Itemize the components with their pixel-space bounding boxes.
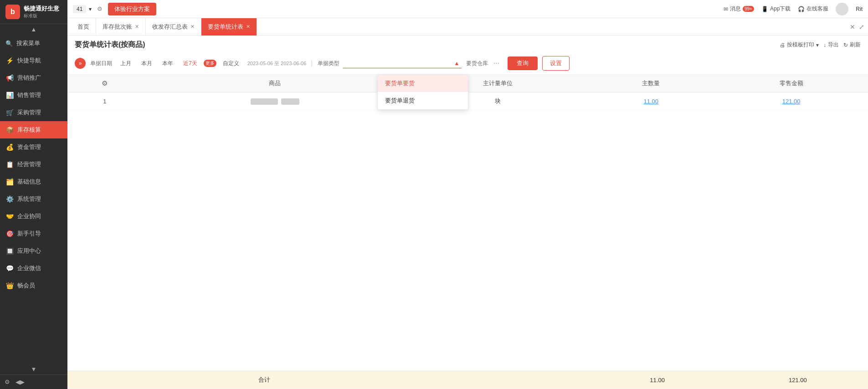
table-settings-icon[interactable]: ⚙: [102, 79, 108, 87]
vip-icon: 👑: [5, 282, 14, 290]
app-download-icon: 📱: [761, 6, 768, 12]
date-btn-this-month[interactable]: 本月: [138, 58, 156, 69]
sidebar-nav: ⚡ 快捷导航 📢 营销推广 📊 销售管理 🛒 采购管理 📦 库存核算 💰 资金管…: [0, 52, 67, 364]
summary-table: 合计 11.00 121.00: [67, 371, 868, 389]
sidebar-logo: b 畅捷通好生意 标准版: [0, 0, 67, 24]
sidebar-item-wechat[interactable]: 💬 企业微信: [0, 260, 67, 277]
type-dropdown-overlay: 要货单要货 要货单退货: [377, 74, 468, 110]
online-service-item[interactable]: 🎧 在线客服: [798, 5, 828, 13]
sidebar-search[interactable]: 🔍 搜索菜单: [0, 35, 67, 52]
sidebar-item-system[interactable]: ⚙️ 系统管理: [0, 190, 67, 208]
tab-close-order-summary[interactable]: ✕: [246, 24, 250, 30]
sidebar-item-guide[interactable]: 🎯 新手引导: [0, 225, 67, 242]
tab-close-consignment-summary[interactable]: ✕: [190, 24, 195, 30]
filter-type-section: 单据类型 ▲: [318, 58, 462, 68]
sidebar-toggle-btn[interactable]: ◀▶: [15, 379, 25, 385]
page-header: 要货单统计表(按商品) 🖨 按模板打印 ▾ ↓ 导出 ↻ 刷新: [67, 36, 868, 52]
summary-area: 合计 11.00 121.00: [67, 371, 868, 389]
purchase-icon: 🛒: [5, 108, 14, 117]
dropdown-item-order-return[interactable]: 要货单退货: [378, 92, 468, 109]
sidebar-item-vip[interactable]: 👑 畅会员: [0, 277, 67, 294]
sidebar-settings-btn[interactable]: ⚙: [5, 379, 10, 385]
marketing-icon: 📢: [5, 74, 14, 82]
header-settings-icon[interactable]: ⚙: [97, 5, 103, 12]
dropdown-item-order-goods[interactable]: 要货单要货: [378, 75, 468, 92]
trial-industry-button[interactable]: 体验行业方案: [108, 3, 156, 15]
tab-consignment-summary[interactable]: 收发存汇总表 ✕: [146, 18, 201, 36]
product-blur-1: [251, 98, 278, 105]
sidebar-bottom: ⚙ ◀▶: [0, 374, 67, 389]
col-settings[interactable]: ⚙: [67, 75, 142, 92]
sales-icon: 📊: [5, 91, 14, 99]
print-icon: 🖨: [780, 42, 785, 48]
messages-icon: ✉: [724, 6, 728, 12]
type-filter-input[interactable]: [343, 58, 462, 68]
tab-order-summary[interactable]: 要货单统计表 ✕: [201, 18, 257, 36]
sidebar-item-marketing[interactable]: 📢 营销推广: [0, 69, 67, 87]
app-logo-icon: b: [5, 5, 20, 19]
product-blur-2: [281, 98, 299, 105]
query-button[interactable]: 查询: [508, 56, 538, 70]
page-actions: 🖨 按模板打印 ▾ ↓ 导出 ↻ 刷新: [780, 41, 861, 49]
wechat-icon: 💬: [5, 264, 14, 272]
tab-close-batch-accounts[interactable]: ✕: [135, 24, 139, 30]
date-btn-last-month[interactable]: 上月: [117, 58, 135, 69]
basic-icon: 🗂️: [5, 178, 14, 186]
system-icon: ⚙️: [5, 195, 14, 203]
messages-badge: 99+: [743, 6, 754, 12]
filter-separator: |: [311, 59, 313, 67]
finance-icon: 💰: [5, 143, 14, 151]
store-number: 41: [73, 5, 86, 13]
store-dropdown-icon[interactable]: ▾: [89, 6, 92, 12]
store-selector[interactable]: 41 ▾: [73, 5, 92, 13]
sidebar-item-apps[interactable]: 🔲 应用中心: [0, 242, 67, 260]
date-btn-this-year[interactable]: 本年: [159, 58, 177, 69]
print-template-btn[interactable]: 🖨 按模板打印 ▾: [780, 41, 819, 49]
col-product: 商品: [142, 75, 408, 92]
row-index: 1: [67, 92, 142, 110]
tabs-expand-icon[interactable]: ⤢: [859, 23, 864, 31]
sidebar-item-enterprise[interactable]: 🤝 企业协同: [0, 208, 67, 225]
sidebar-scroll-down[interactable]: ▼: [0, 364, 67, 374]
type-dropdown-arrow[interactable]: ▲: [454, 60, 460, 67]
top-header: 41 ▾ ⚙ 体验行业方案 ✉ 消息 99+ 📱 App下载 🎧 在线客服 Ri…: [67, 0, 868, 18]
sidebar-item-operations[interactable]: 📋 经营管理: [0, 156, 67, 173]
header-right: ✉ 消息 99+ 📱 App下载 🎧 在线客服 Rit: [724, 3, 863, 15]
warehouse-filter-label: 要货仓库: [466, 60, 488, 67]
sidebar-item-sales[interactable]: 📊 销售管理: [0, 87, 67, 104]
type-input-wrap: ▲: [343, 58, 462, 68]
row-quantity[interactable]: 11.00: [587, 92, 714, 110]
export-btn[interactable]: ↓ 导出: [823, 41, 839, 49]
tab-home[interactable]: 首页: [71, 18, 96, 36]
sidebar-item-basic[interactable]: 🗂️ 基础信息: [0, 173, 67, 190]
summary-quantity: 11.00: [587, 371, 728, 389]
quick-nav-icon: ⚡: [5, 56, 14, 65]
messages-item[interactable]: ✉ 消息 99+: [724, 5, 754, 13]
enterprise-icon: 🤝: [5, 212, 14, 220]
print-dropdown-icon[interactable]: ▾: [816, 42, 819, 48]
table-wrap: ⚙ 商品 主计量单位 主数量 零售金额 1: [67, 75, 868, 371]
filter-expand-btn[interactable]: »: [75, 58, 86, 69]
warehouse-more-icon[interactable]: ···: [493, 59, 499, 67]
operations-icon: 📋: [5, 160, 14, 169]
sidebar-item-quick-nav[interactable]: ⚡ 快捷导航: [0, 52, 67, 69]
date-btn-last-7-days[interactable]: 近7天: [180, 58, 201, 69]
user-name: Rit: [856, 6, 863, 12]
refresh-btn[interactable]: ↻ 刷新: [843, 41, 861, 49]
guide-icon: 🎯: [5, 230, 14, 238]
user-avatar[interactable]: [836, 3, 848, 15]
sidebar-item-finance[interactable]: 💰 资金管理: [0, 138, 67, 156]
row-amount[interactable]: 121.00: [714, 92, 868, 110]
tab-batch-accounts[interactable]: 库存批次账 ✕: [96, 18, 146, 36]
sidebar-item-purchase[interactable]: 🛒 采购管理: [0, 104, 67, 121]
settings-button[interactable]: 设置: [542, 56, 570, 71]
tabs-close-all-icon[interactable]: ✕: [850, 23, 855, 31]
app-logo-text: 畅捷通好生意 标准版: [24, 5, 59, 19]
app-download-item[interactable]: 📱 App下载: [761, 5, 791, 13]
date-filter-label: 单据日期: [90, 60, 112, 67]
export-icon: ↓: [823, 42, 826, 48]
date-btn-custom[interactable]: 自定义: [219, 58, 243, 69]
sidebar-item-inventory[interactable]: 📦 库存核算: [0, 121, 67, 138]
main-area: 41 ▾ ⚙ 体验行业方案 ✉ 消息 99+ 📱 App下载 🎧 在线客服 Ri…: [67, 0, 868, 389]
sidebar-scroll-up[interactable]: ▲: [0, 24, 67, 35]
